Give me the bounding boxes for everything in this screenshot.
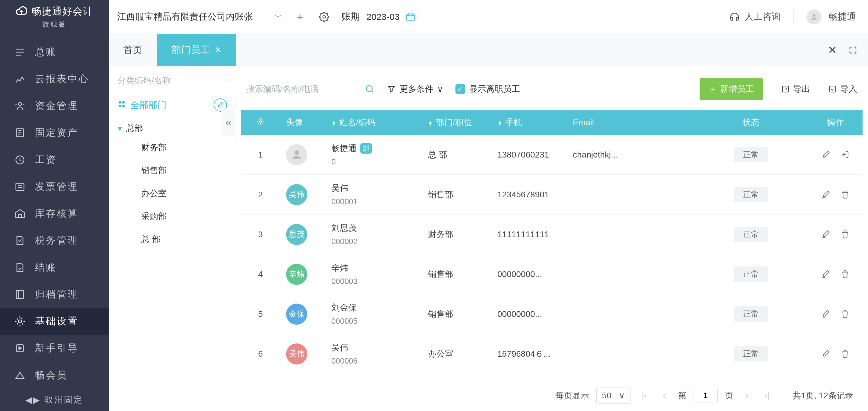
edit-row-icon[interactable] bbox=[820, 188, 832, 200]
col-settings[interactable] bbox=[241, 110, 280, 135]
add-employee-button[interactable]: ＋ 新增员工 bbox=[700, 78, 763, 100]
employee-search-input[interactable] bbox=[246, 84, 361, 94]
tab-0[interactable]: 首页 bbox=[108, 34, 157, 66]
logout-row-icon[interactable] bbox=[839, 149, 851, 161]
col-email: Email bbox=[567, 110, 693, 135]
user-avatar[interactable] bbox=[806, 9, 822, 25]
emp-email bbox=[567, 175, 693, 215]
tree-root[interactable]: ▾总部 bbox=[118, 123, 227, 134]
svg-rect-12 bbox=[119, 105, 121, 107]
svg-rect-10 bbox=[119, 101, 121, 103]
nav-icon bbox=[14, 154, 26, 166]
nav-item-10[interactable]: 基础设置 bbox=[0, 308, 108, 335]
edit-row-icon[interactable] bbox=[820, 149, 832, 161]
search-icon[interactable] bbox=[226, 75, 227, 86]
nav-item-1[interactable]: 云报表中心 bbox=[0, 65, 108, 92]
user-name[interactable]: 畅捷通 bbox=[829, 10, 856, 23]
emp-code: 000006 bbox=[331, 356, 416, 366]
gear-icon[interactable] bbox=[317, 10, 331, 24]
pager-summary: 共1页, 12条记录 bbox=[793, 390, 854, 401]
collapse-icon: ◀▶ bbox=[25, 395, 41, 405]
svg-point-17 bbox=[259, 120, 262, 123]
page-size-select[interactable]: 50∨ bbox=[596, 387, 631, 404]
emp-email bbox=[567, 334, 693, 374]
emp-name: 畅捷通 bbox=[331, 143, 357, 154]
import-button[interactable]: 导入 bbox=[828, 83, 857, 95]
edit-row-icon[interactable] bbox=[820, 348, 832, 360]
table-row: 7 思茂 刘思茂000007 财务部 13856754６... 正常 bbox=[241, 374, 863, 380]
nav-item-4[interactable]: 工资 bbox=[0, 146, 108, 173]
edit-row-icon[interactable] bbox=[820, 228, 832, 240]
next-page[interactable]: › bbox=[741, 389, 753, 402]
collapse-tree-icon[interactable]: « bbox=[221, 108, 236, 136]
avatar: 金保 bbox=[286, 304, 307, 325]
nav-item-6[interactable]: 库存核算 bbox=[0, 200, 108, 227]
avatar: 思茂 bbox=[286, 224, 307, 245]
calendar-icon[interactable] bbox=[404, 10, 417, 24]
page-input[interactable] bbox=[693, 388, 718, 403]
sidebar-collapse[interactable]: ◀▶取消固定 bbox=[0, 389, 108, 411]
brand: 畅捷通好会计 旗舰版 bbox=[0, 0, 108, 34]
svg-rect-6 bbox=[16, 291, 23, 299]
tree-item[interactable]: 财务部 bbox=[141, 142, 227, 153]
chevron-down-icon[interactable]: ﹀ bbox=[274, 11, 282, 23]
nav-item-11[interactable]: 新手引导 bbox=[0, 335, 108, 362]
delete-row-icon[interactable] bbox=[839, 188, 851, 200]
tree-item[interactable]: 办公室 bbox=[141, 188, 227, 199]
close-tab-icon[interactable]: ✕ bbox=[215, 45, 221, 55]
export-button[interactable]: 导出 bbox=[781, 83, 810, 95]
first-page[interactable]: |‹ bbox=[638, 389, 651, 402]
emp-code: 0 bbox=[331, 157, 416, 166]
nav-item-8[interactable]: 结账 bbox=[0, 254, 108, 281]
emp-phone: 00000000... bbox=[491, 254, 567, 294]
last-page[interactable]: ›| bbox=[761, 389, 773, 402]
nav-item-12[interactable]: 畅会员 bbox=[0, 362, 108, 389]
emp-email bbox=[567, 294, 693, 334]
table-row: 2 吴伟 吴伟000001 销售部 12345678901 正常 bbox=[241, 175, 863, 215]
nav-item-5[interactable]: 发票管理 bbox=[0, 173, 108, 200]
delete-row-icon[interactable] bbox=[839, 348, 851, 360]
edit-row-icon[interactable] bbox=[820, 268, 832, 280]
emp-dept: 财务部 bbox=[422, 215, 491, 254]
support-button[interactable]: 人工咨询 bbox=[729, 10, 781, 23]
col-phone[interactable]: ▲▼手机 bbox=[491, 110, 567, 135]
close-icon[interactable]: ✕ bbox=[825, 43, 840, 57]
avatar: 辛炜 bbox=[286, 264, 307, 285]
nav-item-2[interactable]: 资金管理 bbox=[0, 93, 108, 120]
brand-sub: 旗舰版 bbox=[42, 20, 66, 29]
tab-1[interactable]: 部门员工✕ bbox=[157, 34, 236, 66]
tree-item[interactable]: 销售部 bbox=[141, 165, 227, 176]
emp-name: 刘金保 bbox=[331, 302, 357, 314]
emp-code: 000003 bbox=[331, 277, 416, 286]
tree-item[interactable]: 总 部 bbox=[141, 233, 227, 245]
svg-point-0 bbox=[323, 15, 326, 18]
emp-name: 吴伟 bbox=[331, 183, 348, 194]
edit-row-icon[interactable] bbox=[820, 308, 832, 320]
nav-item-0[interactable]: 总账 bbox=[0, 39, 108, 65]
all-depts-label[interactable]: 全部部门 bbox=[130, 99, 166, 112]
avatar: 吴伟 bbox=[286, 184, 307, 205]
nav-item-3[interactable]: 固定资产 bbox=[0, 120, 108, 146]
headset-icon bbox=[729, 11, 740, 23]
prev-page[interactable]: ‹ bbox=[658, 389, 671, 402]
emp-dept: 销售部 bbox=[422, 254, 491, 294]
avatar bbox=[286, 144, 307, 165]
col-name[interactable]: ▲▼姓名/编码 bbox=[326, 110, 422, 135]
period-value[interactable]: 2023-03 bbox=[366, 12, 400, 22]
more-conditions[interactable]: 更多条件 ∨ bbox=[387, 83, 443, 95]
emp-dept: 总 部 bbox=[422, 135, 491, 175]
delete-row-icon[interactable] bbox=[839, 268, 851, 280]
show-left-checkbox[interactable]: ✓ 显示离职员工 bbox=[456, 83, 520, 95]
delete-row-icon[interactable] bbox=[839, 228, 851, 240]
company-select[interactable]: 江西服宝精品有限责任公司内账张 bbox=[117, 10, 253, 23]
delete-row-icon[interactable] bbox=[839, 308, 851, 320]
expand-icon[interactable] bbox=[846, 43, 860, 57]
tree-search-input[interactable] bbox=[118, 76, 226, 85]
col-dept[interactable]: ▲▼部门/职位 bbox=[422, 110, 491, 135]
nav-item-7[interactable]: 税务管理 bbox=[0, 227, 108, 254]
search-icon[interactable] bbox=[365, 84, 375, 94]
plus-icon[interactable]: ＋ bbox=[293, 10, 307, 24]
emp-code: 000002 bbox=[331, 237, 416, 246]
nav-item-9[interactable]: 归档管理 bbox=[0, 281, 108, 308]
tree-item[interactable]: 采购部 bbox=[141, 211, 227, 222]
